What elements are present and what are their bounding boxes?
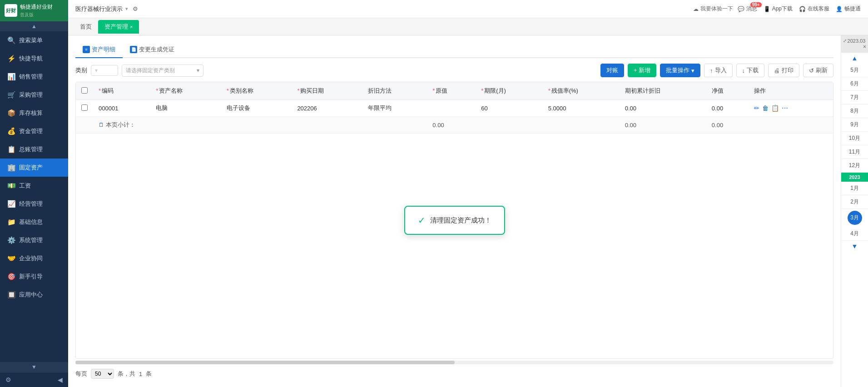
timeline-month-3-active[interactable]: 3月 [848, 211, 862, 225]
timeline-month-9[interactable]: 9月 [841, 118, 868, 132]
sidebar-item-ledger[interactable]: 📋 总账管理 [0, 140, 68, 159]
timeline-nav-up[interactable]: ▲ [841, 53, 868, 64]
sidebar-item-wages[interactable]: 💵 工资 [0, 177, 68, 195]
delete-icon[interactable]: 🗑 [762, 104, 769, 112]
batch-operation-button[interactable]: 批量操作 ▾ [660, 64, 700, 77]
sub-tab-change-voucher[interactable]: 📄 变更生成凭证 [123, 42, 182, 58]
horizontal-scrollbar[interactable] [75, 361, 833, 364]
category-select[interactable]: ▾ [91, 65, 118, 76]
sidebar-item-label: 采购管理 [19, 91, 43, 99]
user-avatar[interactable]: 👤 畅捷通 [836, 5, 861, 13]
sidebar-scroll-down[interactable]: ▼ [0, 362, 68, 372]
sidebar-item-fixed-assets[interactable]: 🏢 固定资产 [0, 159, 68, 177]
import-button[interactable]: ↑ 导入 [704, 64, 733, 77]
total-count: 1 [139, 371, 142, 377]
tab-bar: 首页 资产管理 × [68, 18, 868, 35]
settings-icon[interactable]: ⚙ [5, 376, 11, 383]
new-button[interactable]: + 新增 [628, 64, 656, 77]
sidebar-bottom: ⚙ ◀ [0, 372, 68, 387]
header-category: *类别名称 [221, 82, 292, 100]
sidebar-item-guide[interactable]: 🎯 新手引导 [0, 268, 68, 286]
online-service-button[interactable]: 🎧 在线客服 [799, 5, 829, 13]
sidebar-scroll-up[interactable]: ▲ [0, 21, 68, 31]
sidebar-item-purchase[interactable]: 🛒 采购管理 [0, 86, 68, 104]
edit-icon[interactable]: ✏ [754, 104, 759, 112]
sub-tabs: ≡ 资产明细 📄 变更生成凭证 [75, 42, 833, 58]
expand-icon[interactable]: ⤢ [843, 38, 847, 43]
header-period: *期限(月) [476, 82, 542, 100]
tab-home[interactable]: 首页 [75, 20, 96, 34]
timeline-month-10[interactable]: 10月 [841, 132, 868, 145]
timeline-nav-down[interactable]: ▼ [841, 241, 868, 252]
download-button[interactable]: ↓ 下载 [736, 64, 765, 77]
sub-tab-change-voucher-label: 变更生成凭证 [139, 45, 174, 54]
topbar: 医疗器械行业演示 ▾ ⚙ ☁ 我要体验一下 💬 消息 99+ 📱 App下载 🎧… [68, 0, 868, 18]
timeline-month-4[interactable]: 4月 [841, 227, 868, 241]
asset-data-table: *编码 *资产名称 *类别名称 *购买日期 折旧方法 *原值 *期限(月) *残… [76, 82, 833, 134]
header-code: *编码 [93, 82, 150, 100]
timeline-panel: ⤢ 2023.03 × ▲ 5月 6月 7月 8月 9月 10月 11月 12月… [841, 35, 868, 387]
subtotal-original-value: 0.00 [427, 117, 476, 134]
collapse-sidebar-button[interactable]: ◀ [58, 376, 63, 383]
row-category: 电子设备 [221, 100, 292, 117]
reconcile-button[interactable]: 对账 [600, 64, 624, 77]
sidebar-item-ops[interactable]: 📈 经营管理 [0, 195, 68, 213]
close-timeline-icon[interactable]: × [863, 44, 866, 50]
sidebar-item-inventory[interactable]: 📦 库存核算 [0, 104, 68, 122]
subtotal-initial-accumulated: 0.00 [620, 117, 706, 134]
print-button[interactable]: 🖨 打印 [768, 64, 799, 77]
timeline-month-7[interactable]: 7月 [841, 91, 868, 104]
experience-label: 我要体验一下 [700, 5, 733, 13]
sidebar-item-system[interactable]: ⚙️ 系统管理 [0, 231, 68, 249]
header-residual-rate: *残值率(%) [543, 82, 620, 100]
tab-asset-management[interactable]: 资产管理 × [98, 20, 139, 34]
select-all-checkbox[interactable] [81, 87, 88, 94]
more-icon[interactable]: ⋯ [782, 104, 788, 112]
row-net-value: 0.00 [706, 100, 749, 117]
subtotal-label: 🗒 本页小计： [93, 117, 427, 134]
tab-close-icon[interactable]: × [130, 24, 133, 30]
sidebar-item-apps[interactable]: 🔲 应用中心 [0, 286, 68, 304]
row-actions: ✏ 🗑 📋 ⋯ [749, 100, 833, 117]
apps-icon: 🔲 [7, 291, 15, 299]
print-icon: 🖨 [774, 67, 780, 74]
experience-button[interactable]: ☁ 我要体验一下 [693, 5, 733, 13]
timeline-month-11[interactable]: 11月 [841, 145, 868, 159]
asset-detail-icon: ≡ [83, 46, 90, 53]
scrollbar-thumb[interactable] [75, 361, 455, 364]
message-button[interactable]: 💬 消息 99+ [738, 5, 757, 13]
timeline-month-5[interactable]: 5月 [841, 64, 868, 77]
app-download-button[interactable]: 📱 App下载 [764, 5, 793, 13]
timeline-month-12[interactable]: 12月 [841, 159, 868, 173]
timeline-month-1[interactable]: 1月 [841, 182, 868, 195]
timeline-month-6[interactable]: 6月 [841, 77, 868, 91]
timeline-month-2[interactable]: 2月 [841, 195, 868, 209]
sales-icon: 📊 [7, 73, 15, 81]
sidebar-item-funds[interactable]: 💰 资金管理 [0, 122, 68, 140]
copy-icon[interactable]: 📋 [771, 104, 779, 112]
company-name: 医疗器械行业演示 [75, 5, 123, 13]
toolbar-right: 对账 + 新增 批量操作 ▾ ↑ 导入 ↓ 下载 [600, 64, 833, 77]
message-icon: 💬 [738, 6, 744, 12]
sidebar-item-quicknav[interactable]: ⚡ 快捷导航 [0, 50, 68, 68]
category-select-value: ▾ [95, 67, 98, 74]
message-badge: 99+ [750, 2, 762, 7]
sidebar-item-sales[interactable]: 📊 销售管理 [0, 68, 68, 86]
topbar-right: 💬 消息 99+ 📱 App下载 🎧 在线客服 👤 畅捷通 [738, 5, 861, 13]
sidebar-item-label: 固定资产 [19, 164, 43, 172]
sidebar-item-search[interactable]: 🔍 搜索菜单 [0, 31, 68, 50]
timeline-month-8[interactable]: 8月 [841, 104, 868, 118]
per-page-select[interactable]: 50 100 200 [91, 369, 114, 379]
row-checkbox[interactable] [81, 104, 88, 111]
sidebar-item-collab[interactable]: 🤝 企业协同 [0, 249, 68, 268]
toolbar: 类别 ▾ 请选择固定资产类别 ▾ 对账 + 新增 [75, 64, 833, 77]
sub-tab-asset-detail[interactable]: ≡ 资产明细 [75, 42, 123, 58]
action-icons: ✏ 🗑 📋 ⋯ [754, 104, 828, 112]
category-input[interactable]: 请选择固定资产类别 ▾ [122, 64, 203, 77]
row-original-value [427, 100, 476, 117]
refresh-button[interactable]: ↺ 刷新 [803, 64, 833, 77]
company-chevron-icon[interactable]: ▾ [125, 6, 128, 12]
sidebar-item-basic[interactable]: 📁 基础信息 [0, 213, 68, 231]
company-gear-icon[interactable]: ⚙ [133, 5, 138, 12]
sidebar-item-label: 搜索菜单 [19, 36, 43, 45]
